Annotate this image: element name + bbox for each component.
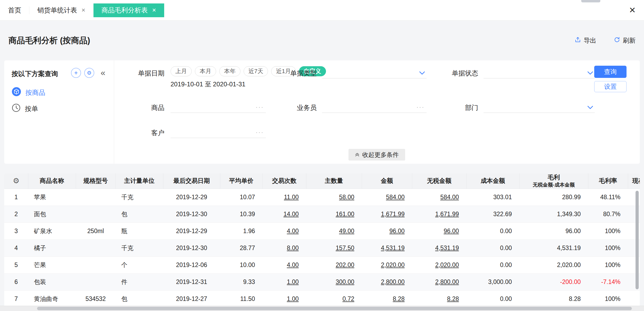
date-quick-pill[interactable]: 近7天 <box>244 66 268 76</box>
cell-amount[interactable]: 1,671.99 <box>362 206 412 223</box>
cell-txn-count[interactable]: 4.00 <box>262 256 306 273</box>
close-icon[interactable]: ✕ <box>624 2 640 18</box>
more-icon[interactable]: ··· <box>416 103 424 111</box>
more-icon[interactable]: ··· <box>256 103 264 111</box>
cell-main-qty[interactable]: 157.50 <box>306 239 362 256</box>
cell-txn-count[interactable]: 1.00 <box>262 290 306 307</box>
cell-last-trade-date: 2019-12-30 <box>163 206 220 223</box>
col-header-cost-amount[interactable]: 成本金额 <box>466 173 519 189</box>
col-header-margin[interactable]: 毛利率 <box>588 173 628 189</box>
tab-home[interactable]: 首页 <box>0 3 29 17</box>
results-table-card: ⚙商品名称规格型号主计量单位最后交易日期平均单价交易次数主数量金额无税金额成本金… <box>4 173 640 311</box>
scheme-settings-button[interactable]: ⚙ <box>84 68 94 78</box>
department-select[interactable] <box>484 102 595 113</box>
customer-filter-label: 客户 <box>125 128 164 137</box>
table-row[interactable]: 5芒果个2019-12-0610.004.00202.002,020.002,0… <box>4 256 640 273</box>
more-icon[interactable]: ··· <box>256 128 264 136</box>
table-row[interactable]: 1苹果千克2019-12-2910.0711.0058.00584.00584.… <box>4 189 640 206</box>
date-filter-label: 单据日期 <box>125 69 164 78</box>
col-header-last-trade-date[interactable]: 最后交易日期 <box>163 173 220 189</box>
cell-notax-amount[interactable]: 4,531.19 <box>412 239 466 256</box>
table-row[interactable]: 2面包包2019-12-3010.3914.00161.001,671.991,… <box>4 206 640 223</box>
cell-avg-price: 10.07 <box>220 189 262 206</box>
table-row[interactable]: 3矿泉水250ml瓶2019-12-291.964.0049.0096.0096… <box>4 223 640 239</box>
cell-notax-amount[interactable]: 8.28 <box>412 290 466 307</box>
cell-amount[interactable]: 2,020.00 <box>362 256 412 273</box>
refresh-button[interactable]: 刷新 <box>614 36 636 45</box>
cell-main-qty[interactable]: 161.00 <box>306 206 362 223</box>
col-header-stock[interactable]: 现存量 <box>628 173 640 189</box>
date-quick-pill[interactable]: 本年 <box>219 66 240 76</box>
cell-product-name: 包装 <box>28 273 76 290</box>
date-range-value[interactable]: 2019-10-01 至 2020-01-31 <box>171 80 245 88</box>
cell-spec: 250ml <box>76 223 115 239</box>
cell-amount[interactable]: 584.00 <box>362 189 412 206</box>
query-button[interactable]: 查询 <box>594 66 627 78</box>
cell-txn-count[interactable]: 1.00 <box>262 273 306 290</box>
cell-notax-amount[interactable]: 584.00 <box>412 189 466 206</box>
product-input[interactable]: ··· <box>171 102 266 113</box>
cell-main-qty[interactable]: 58.00 <box>306 189 362 206</box>
tab-label: 商品毛利分析表 <box>101 6 148 15</box>
row-number: 3 <box>4 223 28 239</box>
cell-amount[interactable]: 8.28 <box>362 290 412 307</box>
table-row[interactable]: 6包装件2019-12-319.331.00300.002,800.002,80… <box>4 273 640 290</box>
column-settings-gear-icon[interactable]: ⚙ <box>4 173 28 189</box>
settings-button[interactable]: 设置 <box>594 81 627 92</box>
cell-main-qty[interactable]: 0.72 <box>306 290 362 307</box>
col-header-txn-count[interactable]: 交易次数 <box>262 173 306 189</box>
cell-txn-count[interactable]: 11.00 <box>262 189 306 206</box>
cell-notax-amount[interactable]: 96.00 <box>412 223 466 239</box>
cell-profit: 2,020.00 <box>519 256 588 273</box>
tab-gross-profit-analysis[interactable]: 商品毛利分析表 ✕ <box>93 3 164 17</box>
cell-main-qty[interactable]: 202.00 <box>306 256 362 273</box>
col-header-unit[interactable]: 主计量单位 <box>115 173 163 189</box>
table-row[interactable]: 7黄油曲奇534532包2019-12-2711.501.000.728.288… <box>4 290 640 307</box>
salesman-input[interactable]: ··· <box>322 102 427 113</box>
cell-main-qty[interactable]: 49.00 <box>306 223 362 239</box>
table-row[interactable]: 4橘子千克2019-12-3028.778.00157.504,531.194,… <box>4 239 640 256</box>
cell-avg-price: 9.33 <box>220 273 262 290</box>
horizontal-scrollbar-thumb[interactable] <box>37 307 632 310</box>
collapse-panel-icon[interactable]: « <box>101 68 105 78</box>
filter-panel: 按以下方案查询 + ⚙ « 按商品 按单 单据日期 上月本月本年近7天近1月 自… <box>4 60 640 164</box>
vertical-scrollbar-thumb[interactable] <box>636 191 639 289</box>
tab-close-icon[interactable]: ✕ <box>152 8 156 13</box>
cell-notax-amount[interactable]: 2,020.00 <box>412 256 466 273</box>
cell-spec <box>76 189 115 206</box>
product-cube-icon <box>12 87 21 98</box>
tab-close-icon[interactable]: ✕ <box>81 8 86 13</box>
date-quick-pill[interactable]: 上月 <box>171 66 192 76</box>
export-button[interactable]: 导出 <box>575 36 596 45</box>
col-header-profit[interactable]: 毛利无税金额-成本金额 <box>519 173 588 189</box>
cell-main-qty[interactable]: 300.00 <box>306 273 362 290</box>
scheme-item-by-product[interactable]: 按商品 <box>12 87 45 98</box>
collapse-more-button[interactable]: 收起更多条件 <box>348 149 405 161</box>
doc-status-select[interactable] <box>484 67 595 78</box>
cell-notax-amount[interactable]: 2,800.00 <box>412 273 466 290</box>
customer-input[interactable]: ··· <box>171 127 266 138</box>
app-screen: 首页 销货单统计表 ✕ 商品毛利分析表 ✕ ✕ 商品毛利分析 (按商品) 导出 <box>0 0 644 311</box>
scheme-item-by-order[interactable]: 按单 <box>12 103 38 114</box>
add-scheme-button[interactable]: + <box>71 68 81 78</box>
col-header-notax-amount[interactable]: 无税金额 <box>412 173 466 189</box>
col-header-amount[interactable]: 金额 <box>362 173 412 189</box>
cell-amount[interactable]: 96.00 <box>362 223 412 239</box>
col-header-spec[interactable]: 规格型号 <box>76 173 115 189</box>
col-header-main-qty[interactable]: 主数量 <box>306 173 362 189</box>
window-scrollbar-thumb[interactable] <box>581 0 600 2</box>
col-header-avg-price[interactable]: 平均单价 <box>220 173 262 189</box>
doc-type-select[interactable] <box>322 67 427 78</box>
cell-amount[interactable]: 2,800.00 <box>362 273 412 290</box>
cell-notax-amount[interactable]: 1,671.99 <box>412 206 466 223</box>
tab-sales-statistics[interactable]: 销货单统计表 ✕ <box>29 3 93 17</box>
cell-txn-count[interactable]: 4.00 <box>262 223 306 239</box>
date-quick-pill[interactable]: 本月 <box>195 66 216 76</box>
tab-bar: 首页 销货单统计表 ✕ 商品毛利分析表 ✕ ✕ <box>0 0 644 21</box>
horizontal-scrollbar-track[interactable] <box>0 306 644 311</box>
cell-txn-count[interactable]: 14.00 <box>262 206 306 223</box>
col-header-product-name[interactable]: 商品名称 <box>28 173 76 189</box>
cell-amount[interactable]: 4,531.19 <box>362 239 412 256</box>
cell-txn-count[interactable]: 8.00 <box>262 239 306 256</box>
cell-avg-price: 1.96 <box>220 223 262 239</box>
